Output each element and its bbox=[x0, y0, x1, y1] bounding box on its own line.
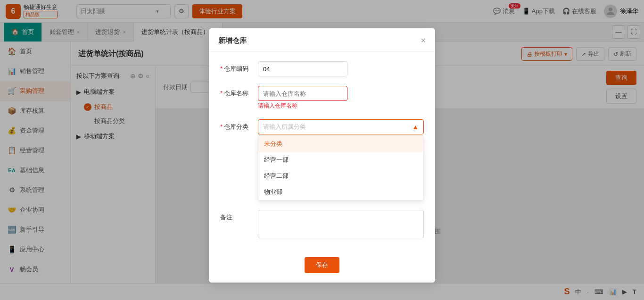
category-label: 仓库分类 bbox=[220, 119, 258, 134]
category-option-1[interactable]: 经营一部 bbox=[258, 152, 423, 168]
category-dropdown-wrap: 请输入所属分类 ▲ 未分类 经营一部 经营二部 物业部 bbox=[258, 119, 424, 134]
dialog-footer: 保存 bbox=[209, 257, 435, 273]
modal-overlay: 新增仓库 × 仓库编码 仓库名称 请输入仓库名称 bbox=[0, 0, 644, 300]
form-row-name: 仓库名称 请输入仓库名称 bbox=[220, 86, 424, 110]
dialog-new-warehouse: 新增仓库 × 仓库编码 仓库名称 请输入仓库名称 bbox=[209, 28, 435, 283]
name-input-wrap bbox=[258, 86, 424, 101]
dialog-title: 新增仓库 bbox=[218, 36, 247, 45]
category-option-3[interactable]: 物业部 bbox=[258, 184, 423, 200]
form-row-category: 仓库分类 请输入所属分类 ▲ 未分类 经营一部 经营二部 物业部 bbox=[220, 119, 424, 134]
dialog-close-btn[interactable]: × bbox=[421, 36, 426, 46]
category-dropdown-trigger[interactable]: 请输入所属分类 ▲ bbox=[258, 119, 424, 134]
category-option-0[interactable]: 未分类 bbox=[258, 136, 423, 152]
name-error-msg: 请输入仓库名称 bbox=[258, 102, 297, 110]
category-option-2[interactable]: 经营二部 bbox=[258, 168, 423, 184]
name-label: 仓库名称 bbox=[220, 86, 258, 101]
form-row-note: 备注 bbox=[220, 210, 424, 238]
note-label: 备注 bbox=[220, 210, 258, 225]
name-input[interactable] bbox=[258, 86, 347, 101]
code-input-wrap bbox=[258, 61, 424, 76]
category-placeholder: 请输入所属分类 bbox=[263, 123, 306, 131]
category-arrow-up-icon: ▲ bbox=[412, 123, 419, 131]
form-row-code: 仓库编码 bbox=[220, 61, 424, 76]
category-dropdown-list: 未分类 经营一部 经营二部 物业部 bbox=[258, 135, 424, 200]
dialog-body: 仓库编码 仓库名称 请输入仓库名称 仓库分类 bbox=[209, 52, 435, 257]
dialog-header: 新增仓库 × bbox=[209, 28, 435, 52]
note-textarea[interactable] bbox=[258, 210, 424, 238]
code-input[interactable] bbox=[258, 61, 347, 76]
code-label: 仓库编码 bbox=[220, 61, 258, 76]
save-btn[interactable]: 保存 bbox=[305, 257, 339, 273]
